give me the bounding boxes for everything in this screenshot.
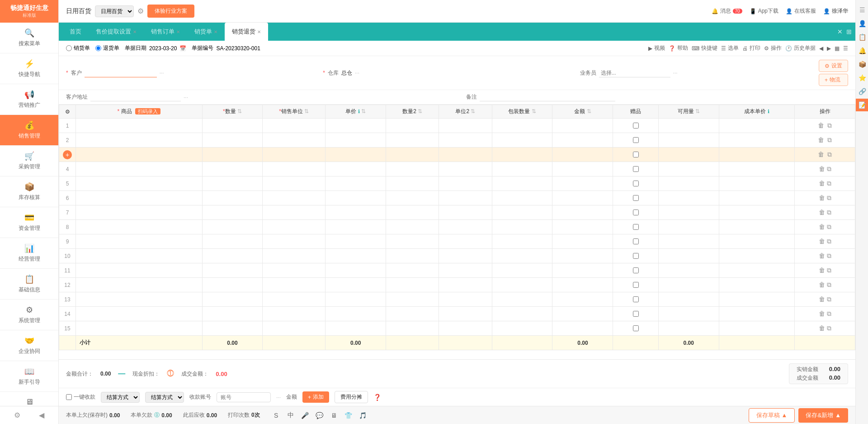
tab-close-icon[interactable]: ✕ bbox=[257, 29, 261, 34]
operate-button[interactable]: ⚙ 操作 bbox=[764, 44, 782, 52]
copy-row-icon[interactable]: ⧉ bbox=[827, 267, 831, 274]
copy-row-icon[interactable]: ⧉ bbox=[827, 194, 831, 201]
side-btn-2[interactable]: 👤 bbox=[856, 17, 868, 30]
radio-sales-order-input[interactable] bbox=[66, 45, 72, 51]
message-button[interactable]: 🔔 消息 70 bbox=[712, 7, 742, 15]
sidebar-item-shortcuts[interactable]: ⚡ 快捷导航 bbox=[0, 53, 58, 84]
unit-price-cell[interactable] bbox=[326, 148, 386, 162]
gift-checkbox-2[interactable] bbox=[633, 137, 639, 143]
copy-row-icon[interactable]: ⧉ bbox=[827, 295, 831, 303]
gift-checkbox-3[interactable] bbox=[633, 152, 639, 157]
scan-input-button[interactable]: 扫码录入 bbox=[135, 108, 160, 114]
copy-row-icon[interactable]: ⧉ bbox=[827, 281, 831, 288]
sidebar-item-finance[interactable]: 💳 资金管理 bbox=[0, 207, 58, 238]
sidebar-item-operations[interactable]: 📊 经营管理 bbox=[0, 238, 58, 269]
unit2-cell[interactable] bbox=[439, 148, 492, 162]
side-btn-4[interactable]: 🔔 bbox=[856, 44, 868, 57]
toolbar-icon-7[interactable]: 🎵 bbox=[358, 410, 368, 421]
fee-allocation-button[interactable]: 费用分摊 bbox=[335, 391, 368, 403]
tab-sales-order[interactable]: 销售订单 ✕ bbox=[144, 23, 187, 41]
sort-qty2-icon[interactable]: ⇅ bbox=[418, 108, 422, 114]
quantity2-cell[interactable] bbox=[386, 148, 439, 162]
toolbar-icon-3[interactable]: 🎤 bbox=[300, 410, 311, 421]
tab-close-icon[interactable]: ✕ bbox=[176, 29, 180, 34]
sales-unit-cell[interactable] bbox=[263, 148, 326, 162]
delete-row-icon[interactable]: 🗑 bbox=[818, 122, 824, 129]
grid-view-icon[interactable]: ▦ bbox=[835, 45, 840, 52]
address-input[interactable] bbox=[90, 93, 181, 101]
delete-row-icon[interactable]: 🗑 bbox=[818, 136, 824, 143]
address-more-icon[interactable]: ··· bbox=[184, 94, 188, 100]
account-more-icon[interactable]: ··· bbox=[276, 394, 281, 400]
gift-checkbox[interactable] bbox=[633, 238, 639, 244]
sidebar-item-sales[interactable]: 💰 销售管理 bbox=[0, 115, 58, 146]
sort-unit2-icon[interactable]: ⇅ bbox=[471, 108, 475, 114]
package-qty-cell[interactable] bbox=[492, 119, 552, 133]
delete-row-icon[interactable]: 🗑 bbox=[819, 194, 825, 201]
gift-checkbox[interactable] bbox=[633, 267, 639, 273]
warehouse-more-icon[interactable]: ··· bbox=[355, 70, 359, 76]
unit2-cell[interactable] bbox=[439, 133, 492, 148]
package-qty-cell[interactable] bbox=[492, 148, 552, 162]
sort-unit-icon[interactable]: ⇅ bbox=[304, 108, 309, 114]
sidebar-item-basics[interactable]: 📋 基础信息 bbox=[0, 269, 58, 300]
customer-input[interactable] bbox=[85, 69, 157, 77]
th-gear[interactable]: ⚙ bbox=[59, 105, 76, 119]
maximize-icon[interactable]: ⊞ bbox=[846, 28, 852, 35]
cost-price-cell[interactable] bbox=[719, 148, 794, 162]
add-row-button[interactable]: + bbox=[63, 150, 72, 159]
gift-checkbox[interactable] bbox=[633, 166, 639, 172]
fee-info-icon[interactable]: ❓ bbox=[373, 394, 381, 401]
close-tab-icon[interactable]: ✕ bbox=[837, 28, 843, 35]
side-btn-7[interactable]: 🔗 bbox=[856, 85, 868, 98]
logistics-button[interactable]: + 物流 bbox=[819, 74, 848, 86]
gift-checkbox[interactable] bbox=[633, 210, 639, 215]
cost-price-cell[interactable] bbox=[719, 133, 794, 148]
add-payment-button[interactable]: + 添加 bbox=[302, 391, 329, 403]
experience-button[interactable]: 体验行业方案 bbox=[147, 5, 194, 18]
sidebar-settings-icon[interactable]: ⚙ bbox=[14, 411, 20, 419]
one-click-pay-checkbox[interactable] bbox=[66, 394, 72, 400]
save-new-button[interactable]: 保存&新增 ▲ bbox=[798, 408, 848, 423]
gift-checkbox-1[interactable] bbox=[633, 123, 639, 129]
unit-price-cell[interactable] bbox=[326, 119, 386, 133]
tab-home[interactable]: 首页 bbox=[62, 23, 89, 41]
gift-checkbox[interactable] bbox=[633, 253, 639, 259]
radio-return-input[interactable] bbox=[95, 45, 101, 51]
product-input-1[interactable] bbox=[80, 123, 198, 129]
delete-row-icon[interactable]: 🗑 bbox=[819, 165, 825, 172]
delete-row-icon[interactable]: 🗑 bbox=[819, 310, 825, 317]
tab-sales-return[interactable]: 销货退货 ✕ bbox=[225, 23, 268, 41]
radio-sales-order[interactable]: 销货单 bbox=[66, 44, 90, 52]
nav-next-icon[interactable]: ▶ bbox=[827, 45, 831, 52]
delete-row-icon[interactable]: 🗑 bbox=[819, 267, 825, 274]
quantity-cell[interactable] bbox=[202, 133, 263, 148]
customer-more-icon[interactable]: ··· bbox=[160, 70, 164, 76]
delete-row-icon[interactable]: 🗑 bbox=[819, 295, 825, 303]
amount-cell[interactable] bbox=[552, 133, 613, 148]
copy-row-icon[interactable]: ⧉ bbox=[827, 165, 831, 172]
tab-sales-invoice[interactable]: 销货单 ✕ bbox=[187, 23, 225, 41]
side-btn-6[interactable]: ⭐ bbox=[856, 71, 868, 84]
available-cell[interactable] bbox=[658, 119, 719, 133]
delete-row-icon[interactable]: 🗑 bbox=[819, 281, 825, 288]
gift-checkbox[interactable] bbox=[633, 296, 639, 302]
salesman-input[interactable] bbox=[599, 69, 670, 77]
delete-row-icon[interactable]: 🗑 bbox=[818, 151, 824, 158]
delete-row-icon[interactable]: 🗑 bbox=[819, 209, 825, 216]
gift-checkbox[interactable] bbox=[633, 181, 639, 186]
quantity-cell[interactable] bbox=[202, 148, 263, 162]
copy-row-icon[interactable]: ⧉ bbox=[827, 151, 832, 158]
one-click-pay-label[interactable]: 一键收款 bbox=[66, 393, 95, 401]
delete-row-icon[interactable]: 🗑 bbox=[819, 180, 825, 187]
available-cell[interactable] bbox=[658, 133, 719, 148]
sidebar-item-inventory[interactable]: 📦 库存核算 bbox=[0, 176, 58, 207]
copy-row-icon[interactable]: ⧉ bbox=[827, 180, 831, 187]
side-btn-3[interactable]: 📋 bbox=[856, 31, 868, 43]
unit2-cell[interactable] bbox=[439, 119, 492, 133]
sort-avail-icon[interactable]: ⇅ bbox=[695, 108, 700, 114]
product-cell-active[interactable] bbox=[76, 148, 203, 162]
delete-row-icon[interactable]: 🗑 bbox=[819, 252, 825, 259]
help-button[interactable]: ❓ 帮助 bbox=[669, 44, 688, 52]
category-select[interactable]: 日用百货 bbox=[95, 5, 134, 17]
